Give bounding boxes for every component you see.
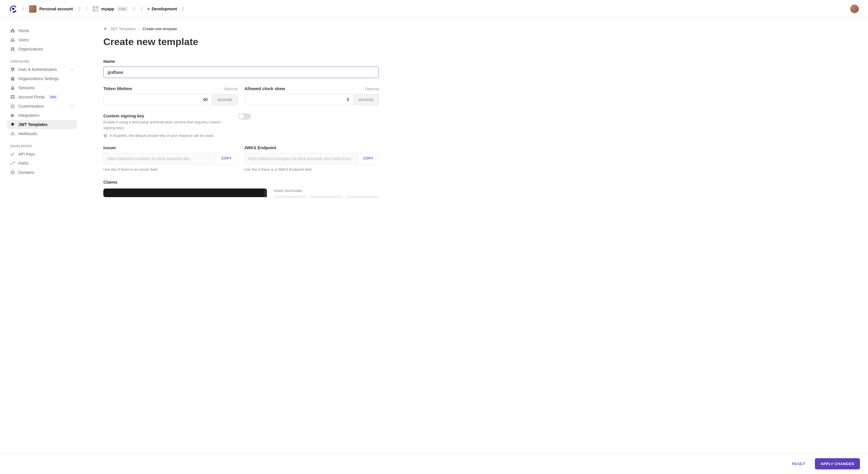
breadcrumb-current: Create new template <box>143 27 177 31</box>
user-avatar[interactable] <box>850 5 859 13</box>
signing-key-toggle[interactable] <box>238 113 251 120</box>
sidebar-item-label: Users <box>19 38 29 42</box>
env-selector[interactable]: Development <box>148 7 185 11</box>
sidebar-item-label: Paths <box>19 161 29 165</box>
clerk-logo[interactable] <box>9 5 17 13</box>
signing-key-title: Custom signing key <box>103 113 227 118</box>
breadcrumb-parent[interactable]: JWT Templates <box>110 27 136 31</box>
header-left: / Personal account / myapp Free / Develo… <box>9 5 184 13</box>
claims-label: Claims <box>103 180 117 185</box>
sidebar-item-label: User & Authentication <box>19 67 57 72</box>
issuer-value: https://distinct-mosquito-14.clerk.accou… <box>104 153 216 164</box>
svg-point-10 <box>13 106 14 107</box>
svg-rect-3 <box>11 95 14 96</box>
svg-point-18 <box>105 134 105 135</box>
toggle-knob <box>239 114 244 119</box>
portal-icon <box>10 95 15 99</box>
key-icon <box>10 152 15 156</box>
burst-icon <box>10 122 15 127</box>
token-lifetime-label: Token lifetime <box>103 86 132 91</box>
name-input[interactable] <box>103 67 379 78</box>
building-icon <box>10 76 15 81</box>
jwks-value: https://distinct-mosquito-14.clerk.accou… <box>244 153 358 164</box>
sidebar-item-label: Integrations <box>19 113 39 118</box>
svg-rect-5 <box>13 97 14 99</box>
clock-skew-input[interactable] <box>245 94 353 105</box>
shortcode-pill[interactable] <box>310 196 343 198</box>
app-icon <box>93 6 98 12</box>
sidebar-item-label: API Keys <box>19 152 35 156</box>
chevron-right-icon <box>71 68 73 71</box>
sidebar-item-integrations[interactable]: Integrations <box>7 111 77 120</box>
sidebar-item-jwt-templates[interactable]: JWT Templates <box>7 120 77 129</box>
svg-rect-8 <box>11 107 14 108</box>
chevron-updown-icon[interactable] <box>78 7 81 11</box>
svg-point-13 <box>12 132 13 133</box>
sidebar-item-api-keys[interactable]: API Keys <box>7 150 77 159</box>
account-selector[interactable]: Personal account <box>29 5 81 12</box>
app-label: myapp <box>101 7 114 11</box>
chevron-updown-icon[interactable] <box>181 7 184 11</box>
plan-badge: Free <box>117 6 128 11</box>
page-title: Create new template <box>103 36 379 48</box>
svg-point-11 <box>11 134 12 135</box>
breadcrumb-sep: / <box>138 27 140 31</box>
jwks-help: Use this if there is a JWKS Endpoint fie… <box>244 167 379 171</box>
svg-point-1 <box>11 38 12 40</box>
sidebar-item-sessions[interactable]: Sessions <box>7 83 77 92</box>
footer-bar: RESET APPLY CHANGES <box>0 453 868 455</box>
breadcrumb-sep: / <box>141 6 142 12</box>
sidebar-item-users[interactable]: Users <box>7 35 77 44</box>
svg-point-2 <box>13 38 14 40</box>
svg-rect-19 <box>105 135 105 136</box>
optional-label: Optional <box>224 87 238 91</box>
info-icon <box>103 134 107 138</box>
link-icon <box>10 161 15 165</box>
sidebar-item-customization[interactable]: Customization <box>7 102 77 111</box>
app-selector[interactable]: myapp Free <box>93 6 136 12</box>
sidebar-item-label: Sessions <box>19 86 35 90</box>
sidebar-item-label: Webhooks <box>19 131 37 136</box>
status-dot-icon <box>148 8 150 10</box>
sidebar: Home Users Organizations CONFIGURE User … <box>0 18 81 455</box>
main-content: JWT Templates / Create new template Crea… <box>81 18 396 455</box>
svg-point-0 <box>12 8 14 10</box>
copy-issuer-button[interactable]: COPY <box>216 153 237 164</box>
chevron-updown-icon[interactable] <box>133 7 135 11</box>
sidebar-item-user-auth[interactable]: User & Authentication <box>7 65 77 74</box>
new-badge: New <box>49 95 57 99</box>
optional-label: Optional <box>365 87 379 91</box>
header: / Personal account / myapp Free / Develo… <box>0 0 868 18</box>
sidebar-item-home[interactable]: Home <box>7 26 77 35</box>
sidebar-item-domains[interactable]: Domains <box>7 168 77 177</box>
sidebar-item-account-portal[interactable]: Account Portal New <box>7 92 77 102</box>
claims-editor[interactable] <box>103 189 267 197</box>
page-breadcrumb: JWT Templates / Create new template <box>103 27 379 31</box>
svg-point-9 <box>11 104 12 105</box>
sidebar-item-label: Organizations Settings <box>19 76 59 81</box>
env-label: Development <box>152 7 177 11</box>
token-lifetime-input[interactable] <box>104 94 212 105</box>
sidebar-heading-configure: CONFIGURE <box>7 60 77 65</box>
sidebar-item-label: JWT Templates <box>19 122 48 127</box>
svg-point-12 <box>13 134 14 135</box>
shortcode-pill[interactable] <box>346 196 379 198</box>
sidebar-item-webhooks[interactable]: Webhooks <box>7 129 77 138</box>
shortcode-pill[interactable] <box>274 196 307 198</box>
signing-key-help: If disabled, the default private key of … <box>110 133 214 138</box>
sidebar-item-label: Organizations <box>19 47 43 51</box>
issuer-label: Issuer <box>103 145 116 150</box>
jwks-label: JWKS Endpoint <box>244 145 276 150</box>
sidebar-item-paths[interactable]: Paths <box>7 159 77 168</box>
sidebar-item-organizations[interactable]: Organizations <box>7 44 77 54</box>
clock-skew-label: Allowed clock skew <box>245 86 285 91</box>
shield-icon <box>10 67 15 72</box>
sidebar-item-label: Home <box>19 28 29 33</box>
sidebar-item-label: Domains <box>19 170 34 175</box>
sidebar-item-org-settings[interactable]: Organizations Settings <box>7 74 77 83</box>
copy-jwks-button[interactable]: COPY <box>358 153 379 164</box>
chevron-right-icon <box>71 105 73 107</box>
issuer-help: Use this if there is an Issuer field <box>103 167 237 171</box>
clock-skew-unit: seconds <box>353 94 379 105</box>
burst-icon <box>103 27 107 31</box>
